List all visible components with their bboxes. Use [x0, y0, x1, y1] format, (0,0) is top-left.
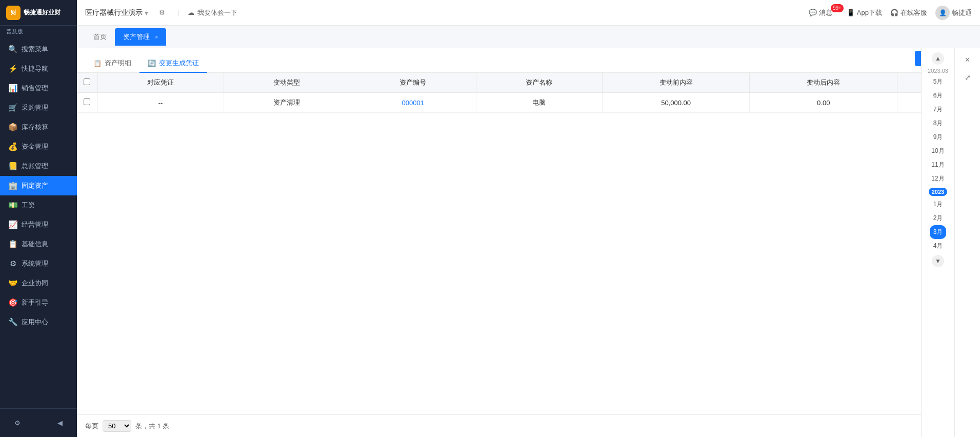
message-label: 消息 — [819, 8, 832, 17]
user-menu[interactable]: 👤 畅捷通 — [935, 6, 972, 20]
message-button[interactable]: 💬 消息 99+ — [809, 8, 838, 17]
sub-tab-change-voucher-label: 变更生成凭证 — [159, 58, 199, 68]
timeline-month-11[interactable]: 11月 — [922, 158, 954, 172]
sub-tab-change-voucher[interactable]: 🔄 变更生成凭证 — [139, 54, 207, 73]
sidebar-settings-button[interactable]: ⚙ — [6, 415, 29, 431]
right-panel: × ⤢ — [954, 48, 980, 437]
sidebar: 财 畅捷通好业财 普及版 🔍 搜索菜单 ⚡ 快捷导航 📊 销售管理 🛒 采购管理… — [0, 0, 77, 437]
sidebar-item-operation[interactable]: 📈 经营管理 — [0, 215, 77, 234]
sidebar-item-basic-info[interactable]: 📋 基础信息 — [0, 234, 77, 254]
user-label: 畅捷通 — [952, 8, 972, 17]
customer-service-icon: 🎧 — [890, 9, 898, 16]
sidebar-item-inventory[interactable]: 📦 库存核算 — [0, 117, 77, 137]
timeline-month-12[interactable]: 12月 — [922, 172, 954, 186]
avatar: 👤 — [935, 6, 950, 20]
row-checkbox[interactable] — [84, 98, 90, 105]
sidebar-item-purchase[interactable]: 🛒 采购管理 — [0, 98, 77, 117]
sidebar-item-quick-nav-label: 快捷导航 — [22, 64, 48, 73]
sidebar-item-guide[interactable]: 🎯 新手引导 — [0, 293, 77, 312]
sidebar-item-cooperation-label: 企业协同 — [22, 279, 48, 288]
experience-icon: ☁ — [188, 9, 194, 16]
timeline-month-8[interactable]: 8月 — [922, 116, 954, 130]
tab-home[interactable]: 首页 — [85, 28, 115, 46]
timeline-month-3[interactable]: 3月 — [930, 225, 946, 239]
app-download-label: App下载 — [857, 8, 882, 17]
divider: | — [178, 9, 179, 16]
chevron-down-icon: ▾ — [145, 9, 148, 17]
timeline-month-10[interactable]: 10月 — [922, 144, 954, 158]
ledger-icon: 📒 — [8, 162, 17, 171]
sidebar-item-finance[interactable]: 💰 资金管理 — [0, 137, 77, 156]
timeline-month-4[interactable]: 4月 — [922, 239, 954, 253]
settings-button[interactable]: ⚙ — [154, 5, 170, 21]
sidebar-item-system-label: 系统管理 — [22, 259, 48, 268]
sidebar-item-system[interactable]: ⚙ 系统管理 — [0, 254, 77, 273]
tabbar: 首页 资产管理 × — [77, 26, 980, 48]
gear-icon: ⚙ — [159, 9, 165, 16]
select-all-header[interactable] — [77, 73, 97, 93]
sidebar-item-cooperation[interactable]: 🤝 企业协同 — [0, 273, 77, 293]
company-name: 医疗器械行业演示 — [85, 8, 143, 17]
sidebar-item-guide-label: 新手引导 — [22, 298, 48, 307]
row-checkbox-cell[interactable] — [77, 93, 97, 113]
sidebar-item-ledger[interactable]: 📒 总账管理 — [0, 156, 77, 176]
col-change-type: 变动类型 — [224, 73, 350, 93]
pagination: 每页 50 10 20 100 条，共 1 条 — [77, 414, 980, 437]
col-after-change: 变动后内容 — [750, 73, 897, 93]
timeline-month-7[interactable]: 7月 — [922, 103, 954, 116]
app-download-icon: 📱 — [847, 9, 855, 16]
cooperation-icon: 🤝 — [8, 279, 17, 288]
sidebar-item-basic-info-label: 基础信息 — [22, 240, 48, 249]
experience-label: 我要体验一下 — [197, 8, 237, 17]
sidebar-item-search[interactable]: 🔍 搜索菜单 — [0, 39, 77, 59]
timeline-month-2[interactable]: 2月 — [922, 211, 954, 225]
timeline-nav-down[interactable]: ▼ — [932, 255, 944, 267]
edition-label: 普及版 — [0, 26, 77, 39]
purchase-icon: 🛒 — [8, 103, 17, 112]
sidebar-item-fixed-assets[interactable]: 🏢 固定资产 — [0, 176, 77, 195]
payroll-icon: 💵 — [8, 201, 17, 210]
timeline-year-badge-container: 2023 — [929, 186, 947, 197]
company-selector[interactable]: 医疗器械行业演示 ▾ — [85, 8, 148, 17]
customer-service-button[interactable]: 🎧 在线客服 — [890, 8, 927, 17]
sidebar-item-quick-nav[interactable]: ⚡ 快捷导航 — [0, 59, 77, 78]
experience-button[interactable]: ☁ 我要体验一下 — [188, 8, 237, 17]
col-asset-name: 资产名称 — [476, 73, 602, 93]
timeline-month-1[interactable]: 1月 — [922, 197, 954, 211]
sidebar-item-fixed-assets-label: 固定资产 — [22, 181, 48, 190]
message-icon: 💬 — [809, 9, 817, 16]
sidebar-item-ledger-label: 总账管理 — [22, 162, 48, 171]
basic-info-icon: 📋 — [8, 240, 17, 249]
per-page-label: 每页 — [85, 422, 98, 431]
sidebar-item-sales[interactable]: 📊 销售管理 — [0, 78, 77, 98]
sidebar-bottom: ⚙ ◀ — [0, 408, 77, 437]
guide-icon: 🎯 — [8, 298, 17, 307]
content-area: 📋 资产明细 🔄 变更生成凭证 生成凭证 ▾ — [77, 48, 980, 437]
sidebar-item-operation-label: 经营管理 — [22, 220, 48, 229]
total-label: 条，共 1 条 — [135, 422, 169, 431]
col-voucher: 对应凭证 — [97, 73, 224, 93]
asset-table: 对应凭证 变动类型 资产编号 资产名称 变动前内容 变动后内容 操作 — [77, 73, 980, 113]
sidebar-collapse-button[interactable]: ◀ — [49, 415, 71, 431]
customer-service-label: 在线客服 — [901, 8, 927, 17]
tab-home-label: 首页 — [93, 32, 107, 42]
tab-close-icon[interactable]: × — [155, 34, 158, 40]
select-all-checkbox[interactable] — [84, 78, 90, 85]
sidebar-logo: 财 畅捷通好业财 — [0, 0, 77, 26]
sidebar-item-finance-label: 资金管理 — [22, 142, 48, 151]
right-panel-expand-button[interactable]: ⤢ — [960, 70, 975, 85]
right-panel-close-button[interactable]: × — [960, 52, 975, 68]
sub-tab-asset-detail[interactable]: 📋 资产明细 — [85, 54, 139, 73]
timeline-month-9[interactable]: 9月 — [922, 130, 954, 144]
timeline-month-6[interactable]: 6月 — [922, 89, 954, 103]
per-page-select[interactable]: 50 10 20 100 — [103, 420, 131, 432]
timeline-month-5[interactable]: 5月 — [922, 75, 954, 89]
cell-asset-code[interactable]: 000001 — [350, 93, 476, 113]
tab-asset-management[interactable]: 资产管理 × — [115, 28, 166, 46]
sidebar-item-app-center[interactable]: 🔧 应用中心 — [0, 312, 77, 332]
cell-change-type: 资产清理 — [224, 93, 350, 113]
timeline-nav-up[interactable]: ▲ — [932, 52, 944, 65]
app-download-button[interactable]: 📱 App下载 — [847, 8, 882, 17]
sidebar-item-payroll[interactable]: 💵 工资 — [0, 195, 77, 215]
change-voucher-icon: 🔄 — [148, 59, 156, 67]
